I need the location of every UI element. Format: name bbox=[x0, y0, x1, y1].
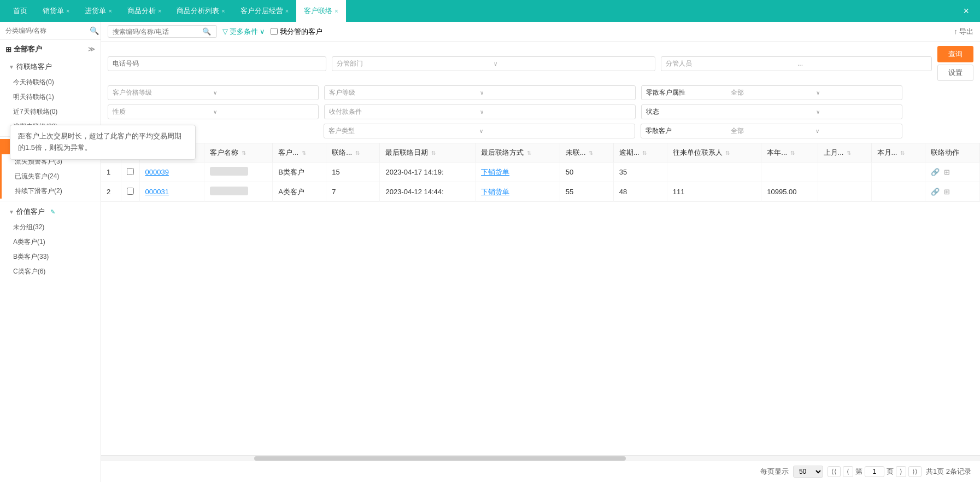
search-input[interactable] bbox=[113, 28, 200, 36]
row1-last-method[interactable]: 下销货单 bbox=[476, 162, 560, 182]
sort-last-month-icon: ⇅ bbox=[847, 150, 851, 156]
sidebar-item-7days[interactable]: 近7天待联络(0) bbox=[0, 104, 101, 119]
phone-field[interactable]: 电话号码 bbox=[108, 56, 326, 71]
horizontal-scrollbar-track[interactable] bbox=[101, 455, 980, 461]
nav-product-analysis-list[interactable]: 商品分析列表 × bbox=[169, 0, 232, 22]
col-last-contact-date-header[interactable]: 最后联络日期 ⇅ bbox=[380, 143, 476, 162]
customer-type-select[interactable]: 客户类型 ∨ bbox=[324, 124, 636, 138]
col-name-header[interactable]: 客户名称 ⇅ bbox=[204, 143, 273, 162]
nav-sales-order[interactable]: 销货单 × bbox=[35, 0, 77, 22]
row1-action-icons: 🔗 ⊞ bbox=[931, 168, 974, 176]
customer-level-select[interactable]: 客户等级 ∨ bbox=[324, 85, 636, 100]
col-this-year-header[interactable]: 本年... ⇅ bbox=[761, 143, 818, 162]
all-customers-icon: ⊞ bbox=[5, 45, 11, 54]
close-segmentation-icon[interactable]: × bbox=[285, 8, 289, 14]
close-sales-order-icon[interactable]: × bbox=[66, 8, 69, 14]
page-input[interactable] bbox=[865, 466, 884, 477]
edit-icon[interactable]: ✎ bbox=[50, 208, 55, 216]
pay-terms-select[interactable]: 收付款条件 ∨ bbox=[324, 104, 636, 119]
retail-attr-chevron-icon: ∨ bbox=[816, 90, 897, 96]
last-page-button[interactable]: ⟩⟩ bbox=[908, 466, 922, 477]
close-product-analysis-icon[interactable]: × bbox=[158, 8, 161, 14]
close-purchase-icon[interactable]: × bbox=[108, 8, 112, 14]
close-product-list-icon[interactable]: × bbox=[221, 8, 225, 14]
gender-chevron-icon: ∨ bbox=[213, 109, 314, 115]
next-page-button[interactable]: ⟩ bbox=[896, 466, 906, 477]
row1-grid-icon[interactable]: ⊞ bbox=[944, 168, 950, 176]
retail-attr-label: 零散客户属性 bbox=[646, 88, 727, 97]
col-this-month-header[interactable]: 本月... ⇅ bbox=[871, 143, 925, 162]
row1-name bbox=[204, 162, 273, 182]
pagination-bar: 每页显示 50 100 200 ⟨⟨ ⟨ 第 页 ⟩ ⟩⟩ 共1页 2条记录 bbox=[101, 461, 980, 482]
sidebar-group-header-pending[interactable]: ▼ 待联络客户 bbox=[0, 59, 101, 75]
col-type-header[interactable]: 客户... ⇅ bbox=[273, 143, 326, 162]
filter-icon: ▽ bbox=[222, 27, 228, 36]
sidebar-value-customer-header[interactable]: ▼ 价值客户 ✎ bbox=[0, 204, 101, 220]
more-conditions-button[interactable]: ▽ 更多条件 ∨ bbox=[222, 27, 265, 37]
nav-purchase-order[interactable]: 进货单 × bbox=[77, 0, 119, 22]
nav-customer-contact[interactable]: 客户联络 × bbox=[296, 0, 345, 22]
row2-code[interactable]: 000031 bbox=[139, 182, 204, 202]
sidebar-item-today[interactable]: 今天待联络(0) bbox=[0, 75, 101, 90]
row2-checkbox[interactable] bbox=[127, 188, 134, 195]
close-contact-icon[interactable]: × bbox=[335, 8, 338, 14]
gender-select[interactable]: 性质 ∨ bbox=[108, 104, 319, 119]
row1-checkbox[interactable] bbox=[127, 168, 134, 175]
col-overdue-header[interactable]: 逾期... ⇅ bbox=[613, 143, 667, 162]
retail-attr-select[interactable]: 零散客户属性 全部 ∨ bbox=[641, 85, 902, 100]
sidebar-item-lost[interactable]: 已流失客户(24) bbox=[0, 169, 101, 184]
settings-button[interactable]: 设置 bbox=[937, 65, 973, 81]
per-page-select[interactable]: 50 100 200 bbox=[793, 466, 823, 478]
person-select[interactable]: 分管人员 ... bbox=[661, 56, 932, 71]
col-not-contacted-header[interactable]: 未联... ⇅ bbox=[560, 143, 613, 162]
sort-overdue-icon: ⇅ bbox=[642, 150, 647, 156]
row2-link-icon[interactable]: 🔗 bbox=[931, 188, 940, 196]
row2-no: 2 bbox=[101, 182, 121, 202]
nav-customer-segmentation[interactable]: 客户分层经营 × bbox=[233, 0, 296, 22]
row2-last-method[interactable]: 下销货单 bbox=[476, 182, 560, 202]
col-contact-count-header[interactable]: 联络... ⇅ bbox=[326, 143, 380, 162]
sort-name-icon: ⇅ bbox=[242, 150, 246, 156]
my-customers-checkbox[interactable] bbox=[271, 28, 278, 35]
advanced-filter: 电话号码 分管部门 ∨ 分管人员 ... 查询 设置 bbox=[101, 42, 980, 143]
nav-home[interactable]: 首页 bbox=[5, 0, 35, 22]
row2-grid-icon[interactable]: ⊞ bbox=[944, 188, 950, 196]
sidebar-search-area: 🔍 bbox=[0, 22, 101, 40]
col-last-month-header[interactable]: 上月... ⇅ bbox=[818, 143, 871, 162]
close-all-button[interactable]: × bbox=[958, 5, 975, 17]
export-button[interactable]: ↑ 导出 bbox=[954, 27, 974, 37]
my-customers-checkbox-area[interactable]: 我分管的客户 bbox=[271, 27, 322, 37]
phone-input[interactable] bbox=[142, 60, 321, 67]
query-button[interactable]: 查询 bbox=[937, 46, 973, 62]
sidebar-item-declining[interactable]: 持续下滑客户(2) bbox=[0, 184, 101, 199]
sort-history-icon: ⇅ bbox=[725, 150, 730, 156]
retail-customer-select[interactable]: 零散客户 全部 ∨ bbox=[641, 124, 902, 138]
row2-this-year: 10995.00 bbox=[761, 182, 818, 202]
prev-page-button[interactable]: ⟨ bbox=[843, 466, 853, 477]
retail-customer-label: 零散客户 bbox=[645, 126, 727, 136]
sidebar-collapse-icon[interactable]: ≫ bbox=[88, 45, 95, 53]
row1-link-icon[interactable]: 🔗 bbox=[931, 168, 940, 176]
sidebar-search-input[interactable] bbox=[5, 27, 87, 34]
sidebar-item-a-class[interactable]: A类客户(1) bbox=[0, 235, 101, 249]
col-last-contact-method-header[interactable]: 最后联络方式 ⇅ bbox=[476, 143, 560, 162]
sidebar-all-customers[interactable]: ⊞ 全部客户 ≫ bbox=[0, 40, 101, 59]
row1-last-month bbox=[818, 162, 871, 182]
dept-select[interactable]: 分管部门 ∨ bbox=[332, 56, 655, 71]
sidebar-item-b-class[interactable]: B类客户(33) bbox=[0, 249, 101, 264]
sidebar-item-ungroup[interactable]: 未分组(32) bbox=[0, 220, 101, 235]
col-history-contacts-header[interactable]: 往来单位联系人 ⇅ bbox=[667, 143, 761, 162]
first-page-button[interactable]: ⟨⟨ bbox=[828, 466, 841, 477]
sidebar-item-c-class[interactable]: C类客户(6) bbox=[0, 264, 101, 279]
row1-name-blurred bbox=[210, 167, 248, 176]
sidebar-search-icon[interactable]: 🔍 bbox=[90, 26, 99, 35]
nav-product-analysis[interactable]: 商品分析 × bbox=[120, 0, 169, 22]
price-level-select[interactable]: 客户价格等级 ∨ bbox=[108, 85, 319, 100]
sidebar-item-tomorrow[interactable]: 明天待联络(1) bbox=[0, 90, 101, 104]
row2-checkbox-cell bbox=[121, 182, 139, 202]
search-icon[interactable]: 🔍 bbox=[202, 27, 211, 36]
row1-code[interactable]: 000039 bbox=[139, 162, 204, 182]
horizontal-scrollbar-thumb[interactable] bbox=[254, 456, 626, 461]
status-select[interactable]: 状态 ∨ bbox=[641, 104, 902, 119]
sort-this-year-icon: ⇅ bbox=[790, 150, 795, 156]
